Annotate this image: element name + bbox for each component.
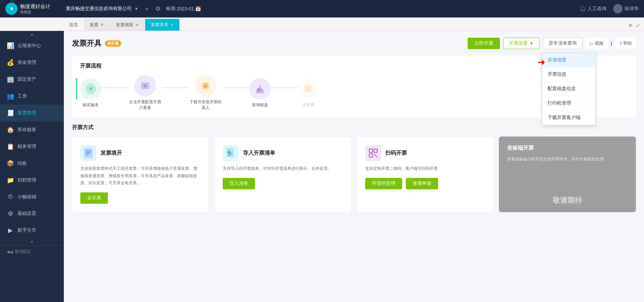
logo-sub: 旗舰版 — [20, 9, 50, 14]
sidebar-item-guidang[interactable]: 📁 归档管理 — [0, 172, 64, 189]
logo-area: ✦ 畅捷通好会计 旗舰版 — [5, 3, 66, 15]
sidebar-item-gudingzichan[interactable]: 🏢 固定资产 — [0, 71, 64, 88]
avatar: 👤 — [613, 4, 622, 13]
settings-dropdown: 企业信息 开票信息 配置税盘信息 打印机管理 下载开票客户端 — [542, 52, 596, 125]
chevron-down-icon: ▼ — [529, 41, 534, 46]
svg-text:税+: 税+ — [257, 88, 263, 92]
sidebar-item-kucun[interactable]: 🏠 库存核算 — [0, 121, 64, 138]
method-header-scan: 扫码开票 — [365, 145, 485, 161]
header-actions: ＋ ⚙ 账期 2023-01 📅 — [144, 5, 201, 13]
method-title-fill: 发票填开 — [100, 150, 122, 157]
method-btn-fill-go[interactable]: 去开票 — [80, 192, 108, 204]
company-dropdown-arrow: ▼ — [134, 6, 138, 11]
yunbaobiao-icon: 📊 — [7, 42, 14, 49]
flow-step-icon-5: ☰ — [298, 78, 319, 100]
svg-rect-10 — [84, 148, 92, 158]
fapiao-icon: 🧾 — [7, 109, 14, 117]
sidebar-item-jichushezhi[interactable]: ⚙ 基础设置 — [0, 205, 64, 222]
method-icon-import — [223, 145, 239, 161]
method-btn-import[interactable]: 导入清单 — [223, 178, 255, 189]
method-btn-scan-manage[interactable]: 开票码管理 — [365, 178, 402, 189]
pin-icon: ◀◀ — [7, 250, 13, 254]
period-label: 账期 2023-01 📅 — [166, 6, 201, 12]
play-icon: ▷ — [590, 41, 593, 46]
consulting[interactable]: 🎧 人工咨询 — [580, 6, 606, 12]
xiaochangbaoxiao-icon: © — [7, 193, 14, 200]
jichushezhi-icon: ⚙ — [7, 210, 14, 217]
close-tab-invoice-calc[interactable]: ✕ — [135, 23, 139, 27]
dropdown-item-invoice-info[interactable]: 开票信息 — [542, 67, 595, 82]
settings-icon[interactable]: ⚙ — [155, 5, 161, 12]
sidebar-bottom-cancel[interactable]: ◀◀ 取消固定 — [0, 245, 64, 258]
flow-connector-3 — [222, 87, 249, 88]
exception-list-button[interactable]: 异常清单查询 — [543, 38, 583, 49]
user-info[interactable]: 👤 徐泽华 — [613, 4, 639, 13]
video-button[interactable]: ▷ 视频 — [586, 38, 607, 49]
settings-button[interactable]: 开票设置 ▼ — [503, 38, 540, 49]
sidebar-item-gongzi[interactable]: 👥 工资 — [0, 88, 64, 105]
svg-line-20 — [374, 154, 377, 157]
flow-step-label-3: 下载并安装开票机器人 — [189, 99, 222, 111]
add-button[interactable]: ＋ — [144, 5, 150, 13]
sidebar-item-jiezhang[interactable]: 📦 结账 — [0, 155, 64, 172]
method-header-fill: 发票填开 — [80, 145, 201, 161]
user-name: 徐泽华 — [625, 6, 639, 12]
method-icon-fill — [80, 145, 96, 161]
tab-home[interactable]: 首页 — [64, 19, 83, 31]
sidebar-item-fapiaoglgl[interactable]: 🧾 发票管理 — [0, 105, 64, 121]
sidebar-item-zijin[interactable]: 💰 资金管理 — [0, 54, 64, 71]
flow-connector-2 — [162, 87, 189, 88]
method-icon-scan — [365, 145, 381, 161]
sidebar-item-xiaochangbaoxiao[interactable]: © 小畅报销 — [0, 189, 64, 205]
dropdown-item-printer[interactable]: 打印机管理 — [542, 96, 595, 111]
activate-button[interactable]: 立即开通 — [468, 38, 500, 49]
page-title-row: 发票开具 待开通 立即开通 开票设置 ▼ 异常清单查询 ▷ 视频 | — [72, 38, 636, 49]
scroll-up[interactable]: ▲ — [0, 31, 64, 37]
expand-icon[interactable]: ⤢ — [636, 23, 640, 29]
dropdown-item-taxdisk[interactable]: 配置税盘信息 — [542, 82, 595, 96]
content-area: 发票开具 待开通 立即开通 开票设置 ▼ 异常清单查询 ▷ 视频 | — [64, 31, 644, 302]
sidebar-item-xinshouyindao[interactable]: ▶ 新手引导 — [0, 222, 64, 239]
main-layout: ▲ 📊 云报表中心 💰 资金管理 🏢 固定资产 👥 工资 🧾 发票管理 🏠 库存… — [0, 31, 644, 302]
svg-text:☻: ☻ — [203, 83, 209, 89]
flow-step-label-2: 企业开通配置开票六要素 — [128, 99, 162, 111]
tab-invoice[interactable]: 发票 ✕ — [84, 19, 110, 31]
calendar-icon[interactable]: 📅 — [195, 6, 201, 11]
method-header-import: 导入开票清单 — [223, 145, 343, 161]
method-card-scan: 扫码开票 支持定制开票二维码，客户端可扫码开票 开票码管理 查看申请 — [357, 137, 494, 212]
tab-invoice-calc[interactable]: 发票测算 ✕ — [110, 19, 144, 31]
gongzi-icon: 👥 — [7, 92, 14, 100]
close-tab-invoice-issue[interactable]: ✕ — [170, 23, 174, 27]
company-name: 重庆畅捷交通信息咨询有限公司 — [66, 6, 132, 12]
logo-icon: ✦ — [5, 3, 17, 15]
svg-text:≡: ≡ — [143, 83, 146, 89]
page-actions: 立即开通 开票设置 ▼ 异常清单查询 ▷ 视频 | ? 帮助 — [468, 38, 636, 49]
logo-text: 畅捷通好会计 — [20, 3, 50, 9]
close-tab-invoice[interactable]: ✕ — [100, 23, 104, 27]
flow-step-icon-1: ♥ — [80, 78, 101, 100]
dropdown-item-download-client[interactable]: 下载开票客户端 — [542, 111, 595, 125]
tab-invoice-issue[interactable]: 发票开具 ✕ — [145, 19, 179, 31]
dropdown-item-enterprise[interactable]: 企业信息 — [542, 53, 595, 67]
flow-step-icon-2: ≡ — [134, 75, 156, 97]
help-button[interactable]: ? 帮助 — [615, 38, 636, 49]
svg-rect-19 — [369, 154, 373, 157]
scroll-down[interactable]: ▼ — [0, 239, 64, 245]
flow-step-label-1: 购买服务 — [83, 102, 99, 108]
jiezhang-icon: 📦 — [7, 160, 14, 167]
method-header-boss: 老板端开票 — [507, 145, 628, 152]
flow-connector-4 — [271, 87, 298, 88]
method-btn-scan-apply[interactable]: 查看申请 — [406, 178, 438, 189]
guidang-icon: 📁 — [7, 177, 14, 184]
page-title: 发票开具 待开通 — [72, 38, 121, 48]
top-header: ✦ 畅捷通好会计 旗舰版 重庆畅捷交通信息咨询有限公司 ▼ ＋ ⚙ 账期 202… — [0, 0, 644, 17]
red-arrow: ➜ — [538, 56, 545, 68]
close-window-icon[interactable]: ✕ — [628, 22, 633, 29]
method-desc-scan: 支持定制开票二维码，客户端可扫码开票 — [365, 165, 485, 173]
sidebar-item-shuiwu[interactable]: 📋 税务管理 — [0, 138, 64, 155]
method-title-scan: 扫码开票 — [385, 150, 407, 157]
shuiwu-icon: 📋 — [7, 143, 14, 150]
company-selector[interactable]: 重庆畅捷交通信息咨询有限公司 ▼ — [66, 6, 138, 12]
sidebar-item-yunbaobiao[interactable]: 📊 云报表中心 — [0, 37, 64, 54]
methods-section-title: 开票方式 — [72, 124, 636, 131]
